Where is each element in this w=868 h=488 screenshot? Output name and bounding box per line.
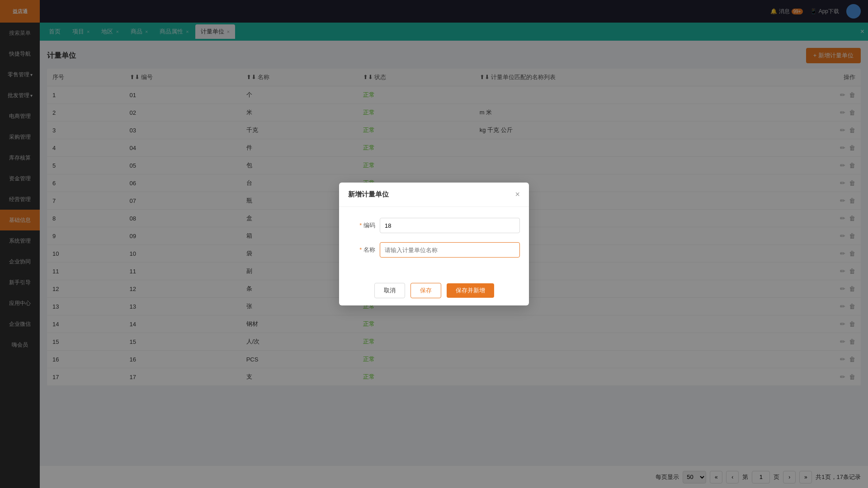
save-and-new-button[interactable]: 保存并新增 [447, 283, 494, 298]
code-input[interactable] [380, 218, 520, 233]
modal-header: 新增计量单位 × [339, 183, 529, 207]
name-label: 名称 [348, 246, 375, 254]
save-button[interactable]: 保存 [410, 283, 441, 298]
modal-footer: 取消 保存 保存并新增 [339, 277, 529, 305]
modal-close-button[interactable]: × [515, 190, 520, 199]
add-unit-modal: 新增计量单位 × 编码 名称 取消 保存 保存并新增 [339, 183, 529, 305]
form-row-code: 编码 [348, 218, 520, 233]
name-input[interactable] [380, 242, 520, 258]
form-row-name: 名称 [348, 242, 520, 258]
modal-body: 编码 名称 [339, 207, 529, 277]
code-label: 编码 [348, 221, 375, 230]
modal-overlay[interactable]: 新增计量单位 × 编码 名称 取消 保存 保存并新增 [0, 0, 868, 488]
modal-title: 新增计量单位 [348, 190, 389, 199]
cancel-button[interactable]: 取消 [374, 283, 405, 298]
